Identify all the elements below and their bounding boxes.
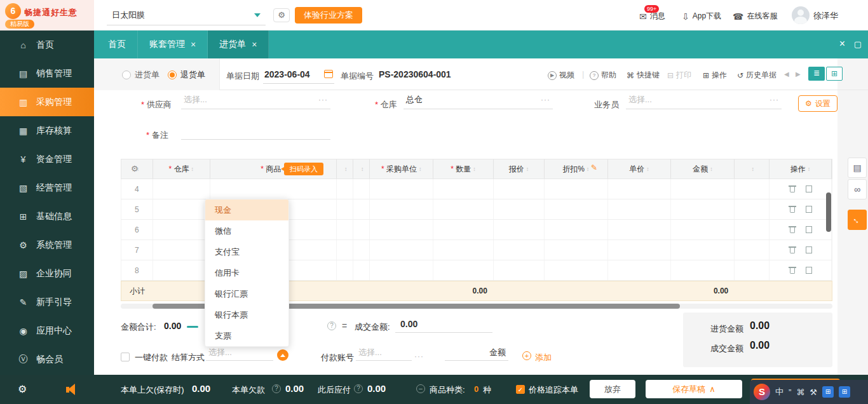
account-selector[interactable]: 日太阳膜 bbox=[107, 5, 266, 25]
edit-discount-icon[interactable]: ✎ bbox=[591, 163, 597, 172]
sidebar-item[interactable]: ⚙ 系统管理 bbox=[0, 231, 94, 259]
history-button[interactable]: ↺历史单据 bbox=[737, 70, 776, 81]
more-options-icon[interactable]: ··· bbox=[414, 352, 424, 361]
more-options-icon[interactable]: ··· bbox=[318, 95, 328, 104]
calendar-icon[interactable] bbox=[324, 70, 333, 78]
table-row[interactable]: 4 bbox=[121, 179, 832, 199]
remark-input[interactable] bbox=[181, 121, 330, 140]
dropdown-option[interactable]: 支付宝 bbox=[205, 241, 288, 262]
table-header-cell[interactable]: 单价 bbox=[608, 159, 672, 178]
save-draft-button[interactable]: 保存草稿 ∧ bbox=[646, 380, 742, 398]
close-icon[interactable]: × bbox=[839, 38, 845, 50]
messages-button[interactable]: ✉99+ 消息 bbox=[639, 11, 665, 22]
online-service-button[interactable]: ☎ 在线客服 bbox=[733, 11, 777, 22]
pay-amount-input[interactable]: 金额 bbox=[445, 344, 508, 361]
table-header-cell[interactable]: 报价 bbox=[494, 159, 545, 178]
table-header-cell[interactable]: 数量 bbox=[433, 159, 494, 178]
view-toggle-detail[interactable]: ⊞ bbox=[826, 67, 843, 81]
sidebar-item[interactable]: ▦ 库存核算 bbox=[0, 116, 94, 145]
sidebar-item[interactable]: ⌂ 首页 bbox=[0, 30, 94, 59]
deal-amount-input[interactable]: 0.00 bbox=[395, 315, 492, 333]
chevron-up-icon[interactable] bbox=[277, 349, 288, 361]
table-header-cell[interactable]: 操作 bbox=[770, 159, 832, 178]
expand-button[interactable]: ↔ bbox=[848, 210, 867, 230]
sidebar-item[interactable]: ✎ 新手引导 bbox=[0, 288, 94, 316]
help-icon[interactable]: ? bbox=[354, 384, 363, 393]
help-button[interactable]: ?帮助 bbox=[590, 70, 616, 81]
copy-row-icon[interactable] bbox=[806, 246, 812, 253]
industry-solution-button[interactable]: 体验行业方案 bbox=[295, 7, 362, 24]
dropdown-option[interactable]: 微信 bbox=[205, 220, 288, 241]
tab[interactable]: 首页 × bbox=[97, 30, 138, 58]
link-button[interactable]: ∞ bbox=[848, 179, 867, 199]
sidebar-item[interactable]: ▨ 企业协同 bbox=[0, 259, 94, 288]
delete-row-icon[interactable] bbox=[789, 185, 796, 192]
settings-button[interactable]: ⚙ 设置 bbox=[798, 95, 837, 112]
add-payment-button[interactable]: 添加 bbox=[535, 352, 552, 363]
price-track-checkbox[interactable]: ✓ bbox=[516, 385, 525, 394]
app-download-button[interactable]: ⇩ App下载 bbox=[682, 11, 721, 22]
warehouse-input[interactable]: 总仓 ··· bbox=[403, 90, 553, 109]
fullscreen-icon[interactable]: ▢ bbox=[854, 39, 862, 49]
view-toggle-list[interactable]: ≣ bbox=[808, 67, 825, 81]
copy-row-icon[interactable] bbox=[806, 185, 812, 192]
gear-icon[interactable]: ⚙ bbox=[18, 383, 27, 395]
table-header-cell[interactable] bbox=[735, 159, 770, 178]
radio-purchase-order[interactable]: 进货单 bbox=[122, 69, 159, 81]
vertical-scrollbar-thumb[interactable] bbox=[826, 192, 831, 232]
sidebar-item[interactable]: ▥ 采购管理 bbox=[0, 88, 94, 116]
table-header-cell[interactable]: 采购单位 bbox=[370, 159, 433, 178]
table-header-cell[interactable]: 折扣% bbox=[545, 159, 608, 178]
keyboard-icon[interactable]: ⌘ bbox=[796, 387, 804, 397]
hotkeys-button[interactable]: ⌘快捷键 bbox=[627, 70, 660, 81]
radio-return-order[interactable]: 退货单 bbox=[168, 69, 205, 81]
tab-close-icon[interactable]: × bbox=[191, 39, 196, 50]
table-header-cell[interactable]: 金额 bbox=[671, 159, 735, 178]
clerk-input[interactable]: 选择... ··· bbox=[626, 90, 782, 109]
help-icon[interactable]: ? bbox=[272, 384, 281, 393]
dropdown-option[interactable]: 信用卡 bbox=[205, 262, 288, 283]
sidebar-item[interactable]: ▤ 销售管理 bbox=[0, 59, 94, 88]
copy-row-icon[interactable] bbox=[806, 226, 812, 233]
copy-row-icon[interactable] bbox=[806, 267, 812, 274]
invoice-helper-button[interactable]: ▤ bbox=[848, 158, 867, 178]
onekey-pay-checkbox[interactable] bbox=[121, 353, 130, 361]
dropdown-option[interactable]: 支票 bbox=[205, 325, 288, 346]
collapse-icon[interactable]: – bbox=[416, 384, 425, 393]
supplier-input[interactable]: 选择... ··· bbox=[181, 90, 330, 109]
pay-account-input[interactable]: 选择... bbox=[356, 344, 412, 361]
delete-row-icon[interactable] bbox=[789, 267, 796, 274]
tab-close-icon[interactable]: × bbox=[252, 39, 257, 50]
avatar[interactable] bbox=[792, 6, 810, 24]
scan-entry-button[interactable]: 扫码录入 bbox=[284, 163, 323, 175]
dropdown-option[interactable]: 银行汇票 bbox=[205, 283, 288, 304]
discard-button[interactable]: 放弃 bbox=[590, 380, 635, 398]
prev-arrow-icon[interactable]: ◀ bbox=[784, 71, 789, 77]
ime-lang-icon[interactable]: 中 bbox=[775, 386, 783, 398]
dropdown-option[interactable]: 现金 bbox=[205, 199, 288, 220]
delete-row-icon[interactable] bbox=[789, 206, 796, 213]
sidebar-item[interactable]: Ⓥ 畅会员 bbox=[0, 345, 94, 374]
copy-row-icon[interactable] bbox=[806, 206, 812, 213]
table-header-cell[interactable]: 仓库 bbox=[153, 159, 210, 178]
tab[interactable]: 进货单 × bbox=[208, 30, 269, 58]
more-options-icon[interactable]: ··· bbox=[541, 95, 550, 104]
sidebar-item[interactable]: ▧ 经营管理 bbox=[0, 173, 94, 202]
sogou-logo-icon[interactable]: S bbox=[754, 384, 770, 400]
print-button[interactable]: ⊟打印 bbox=[667, 70, 691, 81]
delete-row-icon[interactable] bbox=[789, 246, 796, 253]
username[interactable]: 徐泽华 bbox=[813, 10, 838, 22]
sidebar-item[interactable]: ◉ 应用中心 bbox=[0, 316, 94, 345]
add-icon[interactable]: + bbox=[522, 351, 531, 360]
table-header-cell[interactable] bbox=[353, 159, 370, 178]
delete-row-icon[interactable] bbox=[789, 226, 796, 233]
punctuation-icon[interactable]: ” bbox=[789, 387, 791, 397]
more-options-icon[interactable]: ··· bbox=[770, 95, 779, 104]
date-input[interactable]: 2023-06-04 bbox=[263, 65, 334, 84]
actions-button[interactable]: ⊞操作 bbox=[703, 70, 727, 81]
dropdown-option[interactable]: 银行本票 bbox=[205, 304, 288, 325]
video-button[interactable]: ▶视频 bbox=[548, 70, 574, 81]
toolbox-icon[interactable]: ⚒ bbox=[810, 387, 817, 397]
column-settings-gear-icon[interactable]: ⚙ bbox=[131, 164, 139, 173]
sidebar-item[interactable]: ⊞ 基础信息 bbox=[0, 202, 94, 231]
